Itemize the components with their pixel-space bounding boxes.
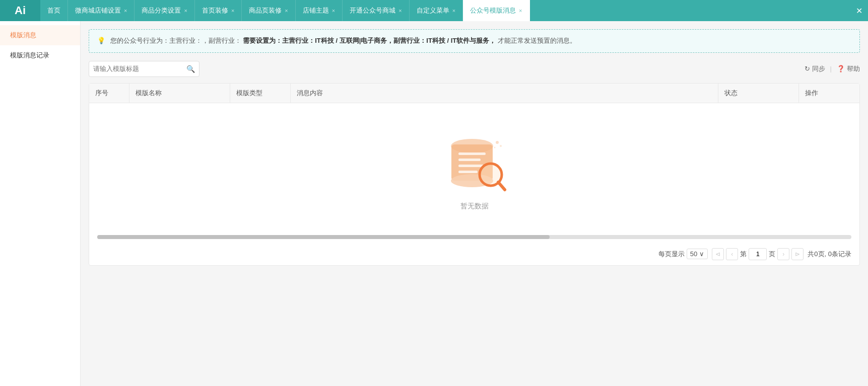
dropdown-arrow-icon: ∨ — [699, 250, 704, 258]
nav-tab-home[interactable]: 首页 — [40, 0, 68, 21]
svg-point-10 — [500, 145, 502, 147]
nav-tabs: 首页微商城店铺设置×商品分类设置×首页装修×商品页装修×店铺主题×开通公众号商城… — [40, 0, 850, 21]
page-label: 第 — [740, 250, 747, 259]
nav-tab-label: 开通公众号商城 — [350, 6, 395, 15]
svg-rect-3 — [458, 152, 486, 155]
sidebar: 模版消息模版消息记录 — [0, 21, 81, 386]
per-page-dropdown[interactable]: 50 ∨ — [687, 249, 708, 259]
scroll-bar — [97, 235, 851, 239]
last-page-button[interactable]: ⊳ — [791, 248, 804, 260]
nav-tab-template-message[interactable]: 公众号模版消息× — [463, 0, 529, 21]
top-nav: Ai 首页微商城店铺设置×商品分类设置×首页装修×商品页装修×店铺主题×开通公众… — [0, 0, 868, 21]
scroll-thumb[interactable] — [97, 235, 550, 239]
sync-label: 同步 — [812, 64, 825, 73]
nav-tab-wechat-shop-settings[interactable]: 微商城店铺设置× — [68, 0, 135, 21]
nav-tab-home-decoration[interactable]: 首页装修× — [195, 0, 242, 21]
empty-svg — [444, 133, 510, 199]
page-navigation: ⊲ ‹ 第 页 › ⊳ — [712, 248, 804, 260]
logo: Ai — [0, 0, 40, 21]
svg-rect-6 — [458, 171, 478, 173]
help-label: 帮助 — [847, 64, 860, 73]
nav-tab-close-icon[interactable]: × — [519, 8, 522, 14]
notice-prefix: 您的公众号行业为：主营行业：，副营行业： — [110, 37, 241, 44]
nav-tab-close-icon[interactable]: × — [231, 8, 234, 14]
svg-point-11 — [494, 146, 495, 148]
main-layout: 模版消息模版消息记录 💡 您的公众号行业为：主营行业：，副营行业： 需要设置为：… — [0, 21, 868, 386]
sync-button[interactable]: ↻ 同步 — [805, 64, 825, 73]
col-index: 序号 — [89, 84, 129, 103]
sidebar-item-template-message-records[interactable]: 模版消息记录 — [0, 45, 80, 65]
nav-tab-label: 店铺主题 — [303, 6, 329, 15]
search-icon[interactable]: 🔍 — [186, 65, 195, 73]
page-total: 共0页, 0条记录 — [808, 250, 851, 259]
col-status: 状态 — [718, 84, 799, 103]
search-actions: ↻ 同步 | ❓ 帮助 — [805, 64, 860, 73]
sidebar-item-template-message[interactable]: 模版消息 — [0, 25, 80, 45]
search-input-wrap: 🔍 — [89, 61, 199, 77]
notice-box: 💡 您的公众号行业为：主营行业：，副营行业： 需要设置为：主营行业：IT科技 /… — [89, 29, 860, 53]
nav-tab-close-icon[interactable]: × — [184, 8, 187, 14]
help-button[interactable]: ❓ 帮助 — [837, 64, 860, 73]
empty-text: 暂无数据 — [460, 202, 489, 211]
close-all-button[interactable]: ✕ — [850, 0, 868, 21]
notice-highlight: 需要设置为：主营行业：IT科技 / 互联网|电子商务，副营行业：IT科技 / I… — [243, 37, 496, 44]
nav-tab-custom-menu[interactable]: 自定义菜单× — [410, 0, 463, 21]
col-actions: 操作 — [799, 84, 859, 103]
svg-rect-5 — [458, 165, 484, 167]
page-unit: 页 — [769, 250, 775, 259]
nav-tab-label: 商品分类设置 — [142, 6, 181, 15]
first-page-button[interactable]: ⊲ — [712, 248, 724, 260]
sync-icon: ↻ — [805, 65, 810, 72]
nav-tab-close-icon[interactable]: × — [124, 8, 127, 14]
per-page-value: 50 — [690, 250, 697, 258]
svg-rect-4 — [458, 159, 481, 161]
empty-illustration — [444, 133, 505, 194]
svg-line-8 — [498, 182, 505, 190]
nav-tab-close-icon[interactable]: × — [332, 8, 335, 14]
help-icon: ❓ — [837, 65, 845, 72]
next-page-button[interactable]: › — [777, 248, 789, 260]
nav-tab-label: 商品页装修 — [249, 6, 282, 15]
empty-state: 暂无数据 — [89, 103, 859, 231]
nav-tab-open-wechat-shop[interactable]: 开通公众号商城× — [343, 0, 409, 21]
svg-point-9 — [496, 141, 499, 144]
nav-tab-label: 公众号模版消息 — [470, 6, 516, 15]
notice-icon: 💡 — [97, 37, 105, 44]
nav-tab-close-icon[interactable]: × — [452, 8, 455, 14]
col-content: 消息内容 — [291, 84, 718, 103]
horizontal-scrollbar[interactable] — [89, 235, 859, 239]
col-name: 模版名称 — [129, 84, 230, 103]
nav-tab-label: 首页 — [47, 6, 60, 15]
search-bar: 🔍 ↻ 同步 | ❓ 帮助 — [89, 61, 860, 77]
prev-page-button[interactable]: ‹ — [726, 248, 738, 260]
search-input[interactable] — [93, 65, 186, 72]
nav-tab-shop-theme[interactable]: 店铺主题× — [296, 0, 343, 21]
nav-tab-label: 自定义菜单 — [417, 6, 449, 15]
main-content: 💡 您的公众号行业为：主营行业：，副营行业： 需要设置为：主营行业：IT科技 /… — [81, 21, 868, 386]
notice-suffix: 才能正常发送预置的消息。 — [498, 37, 576, 44]
nav-tab-label: 微商城店铺设置 — [75, 6, 121, 15]
nav-tab-close-icon[interactable]: × — [398, 8, 402, 14]
page-size-select: 每页显示 50 ∨ — [658, 249, 708, 259]
table-header: 序号 模版名称 模版类型 消息内容 状态 操作 — [89, 84, 859, 103]
nav-tab-product-category-settings[interactable]: 商品分类设置× — [135, 0, 194, 21]
per-page-label: 每页显示 — [658, 250, 685, 259]
page-input[interactable] — [749, 248, 767, 260]
nav-tab-close-icon[interactable]: × — [285, 8, 288, 14]
table-wrap: 序号 模版名称 模版类型 消息内容 状态 操作 — [89, 83, 860, 266]
actions-divider: | — [830, 65, 832, 72]
nav-tab-label: 首页装修 — [202, 6, 228, 15]
nav-tab-product-page-decoration[interactable]: 商品页装修× — [242, 0, 295, 21]
pagination: 每页显示 50 ∨ ⊲ ‹ 第 页 › ⊳ 共0页, 0条记录 — [89, 243, 859, 265]
col-type: 模版类型 — [230, 84, 291, 103]
